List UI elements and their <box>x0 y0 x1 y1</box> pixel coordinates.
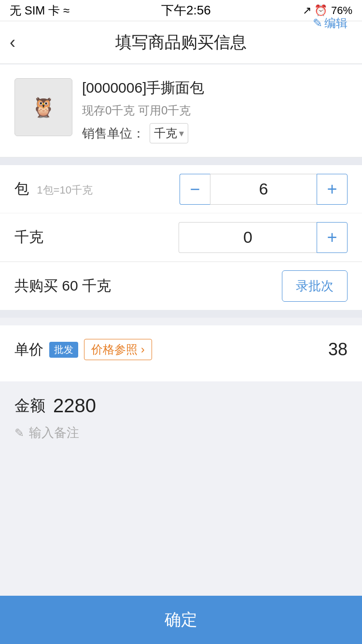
nav-bar: ‹ 填写商品购买信息 <box>0 21 362 64</box>
battery-icon: ↗ ⏰ <box>303 4 327 17</box>
minus-icon: − <box>190 179 200 199</box>
kg-input-row: 千克 + <box>0 213 362 262</box>
price-ref-button[interactable]: 价格参照 › <box>84 339 152 360</box>
plus-icon: + <box>327 179 337 199</box>
remark-row[interactable]: ✎ 输入备注 <box>14 424 348 441</box>
pencil-icon: ✎ <box>14 426 24 440</box>
status-left: 无 SIM 卡 ≈ <box>10 3 70 18</box>
confirm-button[interactable]: 确定 <box>0 596 362 644</box>
edit-icon: ✎ <box>313 16 322 30</box>
kg-plus-icon: + <box>327 227 337 248</box>
bag-input-row: 包 1包=10千克 − + <box>0 165 362 213</box>
total-text: 共购买 60 千克 <box>14 276 111 296</box>
product-unit-row: 销售单位： 千克 <box>82 123 348 143</box>
bag-qty-input[interactable] <box>210 174 317 205</box>
record-batch-button[interactable]: 录批次 <box>282 270 348 302</box>
unit-dropdown[interactable]: 千克 <box>150 123 188 143</box>
price-badge: 批发 <box>49 342 78 358</box>
price-section: 单价 批发 价格参照 › 38 <box>0 325 362 381</box>
remark-placeholder: 输入备注 <box>29 424 79 441</box>
back-icon: ‹ <box>10 32 15 53</box>
amount-value: 2280 <box>53 395 96 417</box>
kg-qty-input[interactable] <box>179 222 317 253</box>
price-label: 单价 <box>14 340 43 360</box>
bag-minus-button[interactable]: − <box>180 174 210 205</box>
product-card: 🦉 [0000006]手撕面包 现存0千克 可用0千克 销售单位： 千克 ✎ 编… <box>0 65 362 157</box>
status-right: ↗ ⏰ 76% <box>303 4 352 17</box>
product-stock: 现存0千克 可用0千克 <box>82 103 348 118</box>
back-button[interactable]: ‹ <box>10 32 15 53</box>
bag-plus-button[interactable]: + <box>317 174 348 205</box>
price-value: 38 <box>328 339 348 360</box>
input-section: 包 1包=10千克 − + 千克 + 共购买 60 千克 录批次 <box>0 165 362 310</box>
price-row: 单价 批发 价格参照 › 38 <box>14 339 348 360</box>
kg-label: 千克 <box>14 227 179 247</box>
amount-section: 金额 2280 ✎ 输入备注 <box>0 381 362 451</box>
amount-label: 金额 <box>14 395 45 417</box>
product-name: [0000006]手撕面包 <box>82 78 348 98</box>
sim-status: 无 SIM 卡 ≈ <box>10 3 70 18</box>
kg-qty-control: + <box>179 222 348 253</box>
bag-qty-control: − + <box>180 174 348 205</box>
status-time: 下午2:56 <box>161 2 211 19</box>
section-divider-1 <box>0 157 362 165</box>
total-row: 共购买 60 千克 录批次 <box>0 262 362 310</box>
bag-label: 包 1包=10千克 <box>14 179 180 199</box>
amount-row: 金额 2280 <box>14 395 348 417</box>
price-ref-label: 价格参照 › <box>91 342 145 357</box>
kg-plus-button[interactable]: + <box>317 222 348 253</box>
product-info: [0000006]手撕面包 现存0千克 可用0千克 销售单位： 千克 <box>82 78 348 143</box>
unit-label: 销售单位： <box>82 125 145 142</box>
page-title: 填写商品购买信息 <box>115 31 247 54</box>
section-divider-2 <box>0 310 362 318</box>
product-icon: 🦉 <box>31 96 56 119</box>
price-left: 单价 批发 价格参照 › <box>14 339 152 360</box>
battery-level: 76% <box>331 4 352 17</box>
status-bar: 无 SIM 卡 ≈ 下午2:56 ↗ ⏰ 76% <box>0 0 362 21</box>
edit-label: 编辑 <box>324 15 348 31</box>
empty-area <box>0 451 362 596</box>
product-image: 🦉 <box>14 78 72 136</box>
bag-hint: 1包=10千克 <box>37 184 93 196</box>
edit-button[interactable]: ✎ 编辑 <box>313 15 348 31</box>
